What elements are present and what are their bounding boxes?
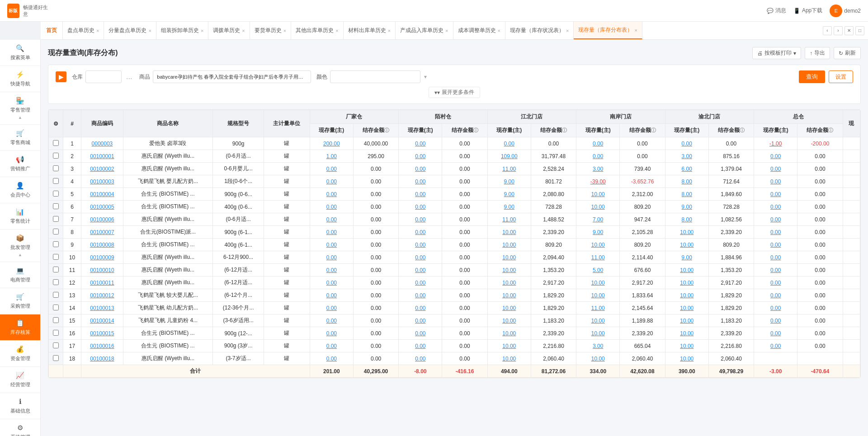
row-code[interactable]: 00100014	[81, 314, 123, 327]
sidebar-item-operation[interactable]: 📈经营管理	[0, 367, 40, 393]
row-na-qty[interactable]: 11.00	[576, 251, 620, 264]
sidebar-item-stock[interactable]: 📋库存核算	[0, 314, 40, 341]
row-total-qty[interactable]: 0.00	[754, 302, 797, 314]
row-jb-qty[interactable]: 10.00	[487, 239, 531, 251]
row-total-qty[interactable]: 0.00	[754, 251, 797, 264]
row-m-qty[interactable]: 0.00	[399, 150, 442, 163]
row-m-qty[interactable]: 0.00	[399, 213, 442, 226]
app-download-btn[interactable]: 📱 App下载	[793, 7, 822, 14]
col-yb-amt-info[interactable]: ⓘ	[740, 127, 745, 133]
row-na-qty[interactable]: 10.00	[576, 289, 620, 302]
row-f-qty[interactable]: 0.00	[310, 352, 353, 365]
row-total-qty[interactable]: 0.00	[754, 340, 797, 352]
sidebar-item-quick-nav[interactable]: ⚡快捷导航	[0, 66, 40, 92]
col-tot-amt-info[interactable]: ⓘ	[828, 127, 833, 133]
row-code[interactable]: 00100016	[81, 340, 123, 352]
row-m-qty[interactable]: 0.00	[399, 302, 442, 314]
row-na-qty[interactable]: 10.00	[576, 327, 620, 340]
row-na-qty[interactable]: 10.00	[576, 239, 620, 251]
row-select-checkbox[interactable]	[53, 279, 59, 285]
row-jb-qty[interactable]: 10.00	[487, 340, 531, 352]
row-m-qty[interactable]: 0.00	[399, 352, 442, 365]
row-m-qty[interactable]: 0.00	[399, 340, 442, 352]
row-f-qty[interactable]: 0.00	[310, 302, 353, 314]
collapse-btn[interactable]: ▶	[56, 71, 66, 82]
row-select-checkbox[interactable]	[53, 254, 59, 260]
row-total-qty[interactable]: 0.00	[754, 213, 797, 226]
row-select-checkbox[interactable]	[53, 292, 59, 298]
row-yb-qty[interactable]: 10.00	[665, 352, 708, 365]
row-f-qty[interactable]: 0.00	[310, 226, 353, 239]
row-f-qty[interactable]: 200.00	[310, 137, 353, 150]
row-select-checkbox[interactable]	[53, 267, 59, 272]
row-yb-qty[interactable]: 3.00	[665, 150, 708, 163]
row-select-checkbox[interactable]	[53, 330, 59, 336]
row-select-checkbox[interactable]	[53, 191, 59, 197]
warehouse-input[interactable]	[85, 70, 122, 83]
row-code[interactable]: 00100010	[81, 264, 123, 277]
row-code[interactable]: 00100005	[81, 201, 123, 213]
col-jb-amt-info[interactable]: ⓘ	[562, 127, 567, 133]
row-yb-qty[interactable]: 10.00	[665, 314, 708, 327]
row-na-qty[interactable]: 3.00	[576, 163, 620, 175]
sidebar-item-retail-mall[interactable]: 🛒零售商城	[0, 125, 40, 151]
row-f-qty[interactable]: 0.00	[310, 239, 353, 251]
row-jb-qty[interactable]: 11.00	[487, 213, 531, 226]
row-jb-qty[interactable]: 10.00	[487, 226, 531, 239]
row-code[interactable]: 00100011	[81, 277, 123, 289]
row-m-qty[interactable]: 0.00	[399, 264, 442, 277]
row-total-qty[interactable]: 0.00	[754, 163, 797, 175]
row-yb-qty[interactable]: 8.00	[665, 213, 708, 226]
row-yb-qty[interactable]: 9.00	[665, 251, 708, 264]
col-settings-header[interactable]: ⚙	[49, 110, 63, 137]
row-total-qty[interactable]: 0.00	[754, 201, 797, 213]
row-m-qty[interactable]: 0.00	[399, 277, 442, 289]
row-na-qty[interactable]: -39.00	[576, 175, 620, 188]
row-jb-qty[interactable]: 10.00	[487, 314, 531, 327]
row-total-qty[interactable]: 0.00	[754, 226, 797, 239]
row-f-qty[interactable]: 0.00	[310, 340, 353, 352]
row-m-qty[interactable]: 0.00	[399, 226, 442, 239]
row-code[interactable]: 00100003	[81, 175, 123, 188]
row-select-checkbox[interactable]	[53, 165, 59, 171]
row-m-qty[interactable]: 0.00	[399, 251, 442, 264]
row-f-qty[interactable]: 0.00	[310, 188, 353, 201]
row-yb-qty[interactable]: 10.00	[665, 226, 708, 239]
row-f-qty[interactable]: 0.00	[310, 327, 353, 340]
row-total-qty[interactable]: -1.00	[754, 137, 797, 150]
row-na-qty[interactable]: 10.00	[576, 352, 620, 365]
print-btn[interactable]: 🖨 按模板打印 ▾	[752, 47, 801, 59]
row-yb-qty[interactable]: 10.00	[665, 302, 708, 314]
row-f-qty[interactable]: 0.00	[310, 163, 353, 175]
row-f-qty[interactable]: 1.00	[310, 150, 353, 163]
row-m-qty[interactable]: 0.00	[399, 175, 442, 188]
row-jb-qty[interactable]: 10.00	[487, 277, 531, 289]
row-yb-qty[interactable]: 10.00	[665, 239, 708, 251]
row-code[interactable]: 00100013	[81, 302, 123, 314]
sidebar-item-wholesale-mgmt[interactable]: 📦批发管理▲	[0, 230, 40, 262]
row-f-qty[interactable]: 0.00	[310, 213, 353, 226]
search-btn[interactable]: 查询	[799, 70, 825, 83]
row-f-qty[interactable]: 0.00	[310, 277, 353, 289]
user-area[interactable]: E demo2	[830, 5, 861, 17]
row-total-qty[interactable]: 0.00	[754, 188, 797, 201]
row-code[interactable]: 00100007	[81, 226, 123, 239]
row-select-checkbox[interactable]	[53, 342, 59, 348]
row-m-qty[interactable]: 0.00	[399, 314, 442, 327]
row-f-qty[interactable]: 0.00	[310, 314, 353, 327]
message-btn[interactable]: 💬 消息	[767, 7, 786, 14]
col-f-amt-info[interactable]: ⓘ	[384, 127, 389, 133]
row-yb-qty[interactable]: 10.00	[665, 264, 708, 277]
row-total-qty[interactable]: 0.00	[754, 314, 797, 327]
row-m-qty[interactable]: 0.00	[399, 289, 442, 302]
row-jb-qty[interactable]: 10.00	[487, 352, 531, 365]
row-na-qty[interactable]: 11.00	[576, 302, 620, 314]
row-m-qty[interactable]: 0.00	[399, 163, 442, 175]
row-select-checkbox[interactable]	[53, 140, 59, 146]
row-select-checkbox[interactable]	[53, 229, 59, 234]
row-na-qty[interactable]: 5.00	[576, 264, 620, 277]
row-total-qty[interactable]: 0.00	[754, 175, 797, 188]
row-yb-qty[interactable]: 10.00	[665, 327, 708, 340]
col-m-amt-info[interactable]: ⓘ	[473, 127, 478, 133]
row-yb-qty[interactable]: 9.00	[665, 201, 708, 213]
